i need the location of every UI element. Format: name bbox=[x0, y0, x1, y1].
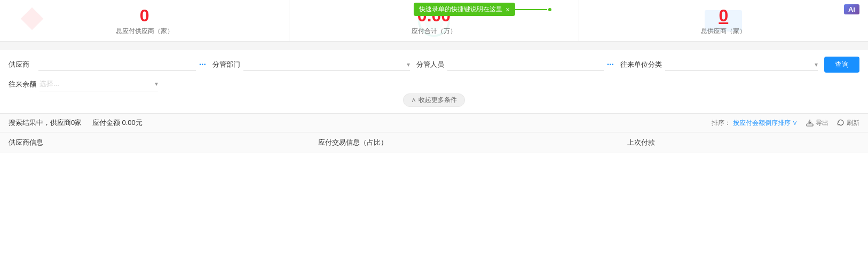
stat-total-suppliers: 0 总供应商（家） Ai bbox=[579, 0, 868, 41]
total-suppliers-label: 总供应商（家） bbox=[701, 27, 746, 36]
unit-class-select[interactable]: ▾ bbox=[665, 59, 818, 71]
filter-bar: 供应商 ··· 分管部门 ▾ 分管人员 ··· 往来单位分类 ▾ bbox=[0, 50, 868, 114]
balance-filter: 往来余额 选择... ▾ bbox=[9, 77, 158, 91]
person-dots-btn[interactable]: ··· bbox=[607, 60, 614, 69]
supplier-input[interactable] bbox=[38, 58, 196, 71]
result-summary: 搜索结果中，供应商0家 应付金额 0.00元 bbox=[9, 118, 143, 128]
query-button[interactable]: 查询 bbox=[824, 57, 859, 73]
result-text: 搜索结果中，供应商0家 bbox=[9, 119, 82, 127]
total-suppliers-number: 0 bbox=[701, 5, 746, 26]
export-btn[interactable]: 导出 bbox=[806, 119, 828, 128]
total-payable-number: 0 bbox=[116, 5, 173, 26]
supplier-filter: 供应商 ··· bbox=[9, 58, 206, 71]
balance-arrow-icon: ▾ bbox=[155, 80, 158, 88]
sort-label: 排序： 按应付会额倒序排序 ∨ bbox=[712, 119, 798, 128]
department-select[interactable]: ▾ bbox=[243, 59, 410, 71]
collapse-btn[interactable]: ∧ 收起更多条件 bbox=[403, 93, 464, 107]
sort-value-btn[interactable]: 按应付会额倒序排序 ∨ bbox=[733, 119, 798, 127]
payable-total-label: 应付合计（万） bbox=[412, 27, 456, 36]
balance-select[interactable]: 选择... ▾ bbox=[40, 77, 158, 91]
tooltip-text: 快速录单的快捷键说明在这里 bbox=[419, 5, 502, 14]
department-label: 分管部门 bbox=[212, 60, 240, 69]
col-header-supplier: 供应商信息 bbox=[9, 138, 318, 147]
refresh-btn[interactable]: 刷新 bbox=[837, 119, 859, 128]
department-filter: 分管部门 ▾ bbox=[212, 59, 410, 71]
unit-class-label: 往来单位分类 bbox=[620, 60, 662, 69]
result-bar: 搜索结果中，供应商0家 应付金额 0.00元 排序： 按应付会额倒序排序 ∨ 导… bbox=[0, 114, 868, 132]
person-input[interactable] bbox=[447, 58, 604, 71]
refresh-icon bbox=[837, 119, 845, 127]
svg-rect-0 bbox=[21, 7, 43, 30]
stat-total-payable-suppliers: 0 总应付供应商（家） bbox=[0, 0, 289, 41]
tooltip-dot bbox=[547, 7, 553, 12]
col-header-last-payment: 上次付款 bbox=[627, 138, 859, 147]
unit-class-arrow-icon: ▾ bbox=[815, 61, 818, 68]
balance-placeholder: 选择... bbox=[40, 79, 59, 89]
divider bbox=[0, 42, 868, 46]
stats-bar: 0 总应付供应商（家） 0.00 应付合计（万） 快速录单的快捷键说明在这里 × bbox=[0, 0, 868, 42]
svg-rect-7 bbox=[807, 124, 813, 126]
collapse-row: ∧ 收起更多条件 bbox=[9, 93, 859, 107]
table-body bbox=[0, 153, 868, 275]
total-payable-label: 总应付供应商（家） bbox=[116, 27, 173, 36]
balance-label: 往来余额 bbox=[9, 80, 36, 89]
tooltip-close-btn[interactable]: × bbox=[506, 6, 510, 13]
result-amount: 应付金额 0.00元 bbox=[92, 119, 143, 127]
col-header-transaction: 应付交易信息（占比） bbox=[318, 138, 628, 147]
result-actions: 排序： 按应付会额倒序排序 ∨ 导出 刷新 bbox=[712, 119, 859, 128]
filter-row-1: 供应商 ··· 分管部门 ▾ 分管人员 ··· 往来单位分类 ▾ bbox=[9, 57, 859, 73]
filter-row-2: 往来余额 选择... ▾ bbox=[9, 77, 859, 91]
shortcut-tooltip: 快速录单的快捷键说明在这里 × bbox=[414, 3, 515, 16]
person-filter: 分管人员 ··· bbox=[416, 58, 614, 71]
stat-payable-total: 0.00 应付合计（万） 快速录单的快捷键说明在这里 × bbox=[289, 0, 579, 41]
department-arrow-icon: ▾ bbox=[407, 61, 410, 68]
diamond-decoration-icon bbox=[16, 3, 48, 35]
ai-badge[interactable]: Ai bbox=[844, 4, 859, 14]
supplier-dots-btn[interactable]: ··· bbox=[199, 60, 206, 69]
person-label: 分管人员 bbox=[416, 60, 444, 69]
supplier-label: 供应商 bbox=[9, 60, 35, 69]
table-header: 供应商信息 应付交易信息（占比） 上次付款 bbox=[0, 132, 868, 153]
data-table: 供应商信息 应付交易信息（占比） 上次付款 bbox=[0, 132, 868, 275]
unit-class-filter: 往来单位分类 ▾ bbox=[620, 59, 818, 71]
export-icon bbox=[806, 119, 814, 127]
